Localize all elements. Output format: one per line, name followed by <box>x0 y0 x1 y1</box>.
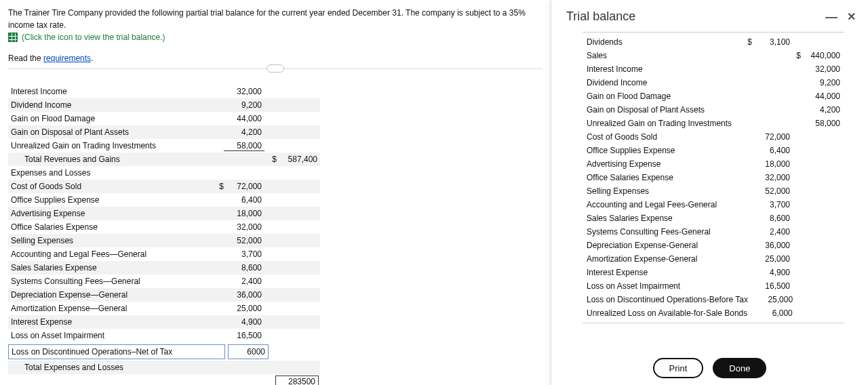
trial-balance-row: Systems Consulting Fees-General2,400 <box>587 225 840 239</box>
modal-body: Dividends$3,100Sales$440,000Interest Inc… <box>551 29 868 351</box>
close-icon[interactable]: ✕ <box>847 10 856 23</box>
worksheet-row: Accounting and Legal Fees—General3,700 <box>8 247 320 261</box>
row-label: Unrealized Gain on Trading Investments <box>8 141 213 150</box>
row-label: Office Salaries Expense <box>8 222 213 232</box>
amount-col1: 18,000 <box>224 209 264 218</box>
amount-col1: 25,000 <box>224 304 264 313</box>
tb-label: Interest Income <box>587 64 743 74</box>
amount-col1: 58,000 <box>224 141 264 151</box>
tb-credit: 58,000 <box>801 119 840 128</box>
row-label: Cost of Goods Sold <box>8 182 213 191</box>
amount-col1: 2,400 <box>224 277 264 286</box>
trial-balance-row: Advertising Expense18,000 <box>587 157 840 171</box>
worksheet-row: Expenses and Losses <box>8 166 320 180</box>
input-row: Loss on Discontinued Operations–Net of T… <box>8 344 320 359</box>
trial-balance-row: Gain on Disposal of Plant Assets4,200 <box>587 103 840 117</box>
tb-label: Accounting and Legal Fees-General <box>587 200 743 209</box>
amount-col1: 9,200 <box>224 100 264 110</box>
trial-balance-row: Unrealized Loss on Available-for-Sale Bo… <box>587 306 840 320</box>
tb-label: Gain on Flood Damage <box>587 92 743 101</box>
worksheet-row: Office Supplies Expense6,400 <box>8 193 320 207</box>
row-label: Gain on Flood Damage <box>8 114 213 123</box>
trial-balance-row: Depreciation Expense-General36,000 <box>587 239 840 252</box>
tb-credit: 44,000 <box>801 92 840 101</box>
intro-text: The Trainer Tire Company provided the fo… <box>8 7 542 31</box>
worksheet-row: Advertising Expense18,000 <box>8 207 320 220</box>
collapse-divider <box>8 68 542 82</box>
print-button[interactable]: Print <box>653 358 704 378</box>
tb-debit: 4,900 <box>752 268 790 277</box>
worksheet-row: Interest Income32,000 <box>8 85 320 98</box>
tb-label: Office Salaries Expense <box>587 173 743 182</box>
tb-label: Advertising Expense <box>587 159 743 169</box>
worksheet-row: Sales Salaries Expense8,600 <box>8 261 320 275</box>
tb-credit: 32,000 <box>801 64 840 74</box>
trial-balance-row: Office Supplies Expense6,400 <box>587 144 840 157</box>
tb-debit: 2,400 <box>752 227 790 237</box>
tb-label: Office Supplies Expense <box>587 146 743 155</box>
read-requirements-line: Read the requirements. <box>8 54 542 63</box>
amount-col1: 8,600 <box>224 263 264 272</box>
tb-label: Dividend Income <box>587 78 743 87</box>
worksheet-row: Unrealized Gain on Trading Investments58… <box>8 139 320 153</box>
table-icon <box>8 33 18 42</box>
trial-balance-row: Cost of Goods Sold72,000 <box>587 130 840 144</box>
tb-label: Unrealized Gain on Trading Investments <box>587 119 743 128</box>
trial-balance-modal: Trial balance — ✕ Dividends$3,100Sales$4… <box>551 0 868 385</box>
amount-col1: 72,000 <box>224 182 264 191</box>
amount-col1: 32,000 <box>224 87 264 96</box>
tb-credit: 4,200 <box>801 105 840 115</box>
tb-debit: 36,000 <box>752 241 790 250</box>
trial-balance-row: Dividend Income9,200 <box>587 76 840 89</box>
tb-label: Sales <box>587 51 743 60</box>
tb-credit: 9,200 <box>801 78 840 87</box>
row-label: Interest Income <box>8 87 213 96</box>
trial-balance-row: Amortization Expense-General25,000 <box>587 252 840 266</box>
view-trial-balance-link[interactable]: (Click the icon to view the trial balanc… <box>8 33 165 42</box>
row-label: Advertising Expense <box>8 209 213 218</box>
amount-col1: 6,400 <box>224 195 264 205</box>
tb-debit: 8,600 <box>752 214 790 223</box>
tb-debit: 52,000 <box>752 186 790 196</box>
loss-discontinued-amount-input[interactable]: 6000 <box>228 344 269 359</box>
amount-col1: 52,000 <box>224 236 264 245</box>
tb-label: Gain on Disposal of Plant Assets <box>587 105 743 115</box>
tb-debit: 32,000 <box>752 173 790 182</box>
row-label: Sales Salaries Expense <box>8 263 213 272</box>
trial-balance-row: Sales$440,000 <box>587 49 840 62</box>
collapse-handle[interactable] <box>267 64 284 73</box>
amount-col1: 36,000 <box>224 290 264 300</box>
tb-debit: 25,000 <box>757 295 793 304</box>
worksheet-row: Interest Expense4,900 <box>8 315 320 329</box>
tb-debit: 3,700 <box>752 200 790 209</box>
done-button[interactable]: Done <box>713 358 766 378</box>
worksheet-row: Total Revenues and Gains$587,400 <box>8 153 320 166</box>
total-expenses-amount-input[interactable]: 283500 <box>275 376 319 385</box>
worksheet-row: Systems Consulting Fees—General2,400 <box>8 275 320 288</box>
tb-debit: 18,000 <box>752 159 790 169</box>
income-statement-worksheet: Interest Income32,000Dividend Income9,20… <box>8 85 320 385</box>
minimize-icon[interactable]: — <box>825 14 837 20</box>
tb-label: Dividends <box>587 37 743 47</box>
tb-label: Selling Expenses <box>587 186 743 196</box>
worksheet-row: Gain on Flood Damage44,000 <box>8 112 320 125</box>
tb-label: Cost of Goods Sold <box>587 132 743 142</box>
loss-discontinued-label-input[interactable]: Loss on Discontinued Operations–Net of T… <box>8 344 225 359</box>
row-label: Total Revenues and Gains <box>8 155 213 164</box>
tb-debit: 6,400 <box>752 146 790 155</box>
worksheet-row: Gain on Disposal of Plant Assets4,200 <box>8 125 320 139</box>
icon-link-label: (Click the icon to view the trial balanc… <box>22 33 165 42</box>
amount-col2: 587,400 <box>277 155 320 164</box>
row-label: Selling Expenses <box>8 236 213 245</box>
tb-credit: 440,000 <box>801 51 840 60</box>
worksheet-row: Office Salaries Expense32,000 <box>8 220 320 234</box>
tb-label: Systems Consulting Fees-General <box>587 227 743 237</box>
tb-label: Sales Salaries Expense <box>587 214 743 223</box>
worksheet-row: Depreciation Expense—General36,000 <box>8 288 320 302</box>
read-prefix: Read the <box>8 54 43 63</box>
trial-balance-row: Loss on Discontinued Operations-Before T… <box>587 293 840 306</box>
row-label: Total Expenses and Losses <box>8 363 225 372</box>
requirements-link[interactable]: requirements <box>43 54 91 63</box>
tb-debit: 16,500 <box>752 281 790 291</box>
trial-balance-row: Selling Expenses52,000 <box>587 184 840 198</box>
